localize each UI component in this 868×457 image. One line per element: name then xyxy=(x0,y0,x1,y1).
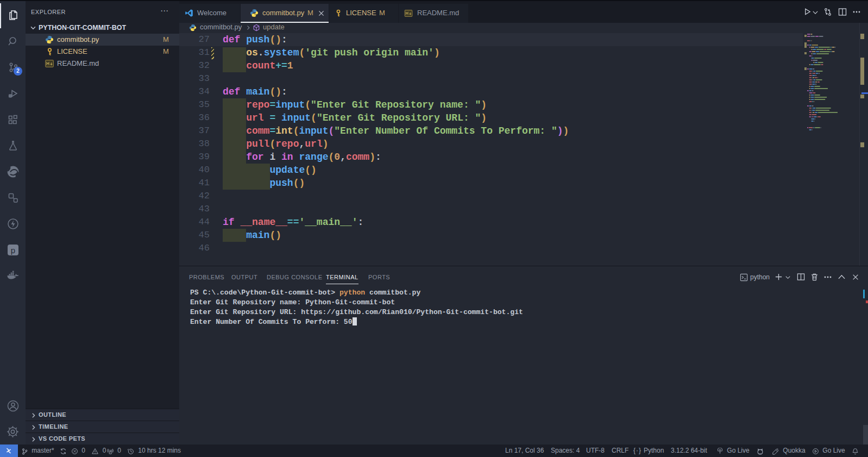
svg-text:p: p xyxy=(10,246,15,255)
